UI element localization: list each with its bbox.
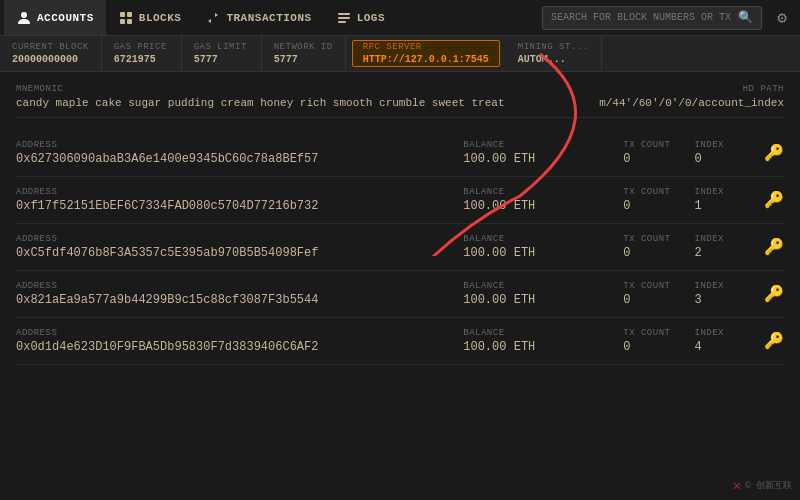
tx-count-section: TX COUNT 0 <box>623 140 670 166</box>
current-block-item: CURRENT BLOCK 20000000000 <box>0 36 102 71</box>
account-address-section: ADDRESS 0xf17f52151EbEF6C7334FAD080c5704… <box>16 187 463 213</box>
account-meta-section: TX COUNT 0 INDEX 0 🔑 <box>623 140 784 166</box>
svg-rect-3 <box>120 19 125 24</box>
current-block-value: 20000000000 <box>12 54 89 65</box>
address-label: ADDRESS <box>16 187 463 197</box>
balance-label: BALANCE <box>463 140 623 150</box>
tx-count-value: 0 <box>623 152 670 166</box>
index-value: 4 <box>694 340 724 354</box>
index-label: INDEX <box>694 328 724 338</box>
account-balance-section: BALANCE 100.00 ETH <box>463 234 623 260</box>
svg-rect-4 <box>127 19 132 24</box>
address-value: 0xf17f52151EbEF6C7334FAD080c5704D77216b7… <box>16 199 463 213</box>
transactions-icon <box>205 10 221 26</box>
address-value: 0xC5fdf4076b8F3A5357c5E395ab970B5B54098F… <box>16 246 463 260</box>
hd-path-section: HD PATH m/44'/60'/0'/0/account_index <box>599 84 784 109</box>
tx-count-label: TX COUNT <box>623 328 670 338</box>
rpc-server-value: HTTP://127.0.0.1:7545 <box>363 54 489 65</box>
account-balance-section: BALANCE 100.00 ETH <box>463 281 623 307</box>
address-value: 0x821aEa9a577a9b44299B9c15c88cf3087F3b55… <box>16 293 463 307</box>
table-row[interactable]: ADDRESS 0xC5fdf4076b8F3A5357c5E395ab970B… <box>16 224 784 271</box>
settings-button[interactable]: ⚙ <box>768 4 796 32</box>
search-icon: 🔍 <box>738 10 753 25</box>
account-balance-section: BALANCE 100.00 ETH <box>463 140 623 166</box>
balance-value: 100.00 ETH <box>463 293 623 307</box>
mnemonic-value: candy maple cake sugar pudding cream hon… <box>16 97 504 109</box>
account-balance-section: BALANCE 100.00 ETH <box>463 187 623 213</box>
tx-count-value: 0 <box>623 199 670 213</box>
gas-limit-label: GAS LIMIT <box>194 42 249 52</box>
address-label: ADDRESS <box>16 328 463 338</box>
svg-rect-2 <box>127 12 132 17</box>
account-address-section: ADDRESS 0x821aEa9a577a9b44299B9c15c88cf3… <box>16 281 463 307</box>
accounts-icon <box>16 10 32 26</box>
gas-price-item: GAS PRICE 6721975 <box>102 36 182 71</box>
balance-value: 100.00 ETH <box>463 246 623 260</box>
mnemonic-row: MNEMONIC candy maple cake sugar pudding … <box>16 84 784 118</box>
index-label: INDEX <box>694 187 724 197</box>
mining-status-item: MINING ST... AUTOM... <box>506 36 602 71</box>
index-section: INDEX 4 <box>694 328 724 354</box>
key-icon[interactable]: 🔑 <box>764 331 784 351</box>
current-block-label: CURRENT BLOCK <box>12 42 89 52</box>
nav-item-transactions[interactable]: Transactions <box>193 0 323 35</box>
nav-logs-label: Logs <box>357 12 385 24</box>
address-value: 0x0d1d4e623D10F9FBA5Db95830F7d3839406C6A… <box>16 340 463 354</box>
gas-price-value: 6721975 <box>114 54 169 65</box>
table-row[interactable]: ADDRESS 0x821aEa9a577a9b44299B9c15c88cf3… <box>16 271 784 318</box>
svg-rect-6 <box>338 17 350 19</box>
key-icon[interactable]: 🔑 <box>764 237 784 257</box>
rpc-server-item: RPC SERVER HTTP://127.0.0.1:7545 <box>352 40 500 67</box>
tx-count-value: 0 <box>623 340 670 354</box>
table-row[interactable]: ADDRESS 0x0d1d4e623D10F9FBA5Db95830F7d38… <box>16 318 784 365</box>
account-balance-section: BALANCE 100.00 ETH <box>463 328 623 354</box>
hd-path-label: HD PATH <box>599 84 784 94</box>
hd-path-value: m/44'/60'/0'/0/account_index <box>599 97 784 109</box>
tx-count-section: TX COUNT 0 <box>623 234 670 260</box>
logs-icon <box>336 10 352 26</box>
account-meta-section: TX COUNT 0 INDEX 2 🔑 <box>623 234 784 260</box>
table-row[interactable]: ADDRESS 0xf17f52151EbEF6C7334FAD080c5704… <box>16 177 784 224</box>
watermark-text: © 创新互联 <box>745 479 792 492</box>
tx-count-section: TX COUNT 0 <box>623 281 670 307</box>
blocks-icon <box>118 10 134 26</box>
nav-item-blocks[interactable]: Blocks <box>106 0 194 35</box>
index-label: INDEX <box>694 281 724 291</box>
account-address-section: ADDRESS 0x627306090abaB3A6e1400e9345bC60… <box>16 140 463 166</box>
mining-status-value: AUTOM... <box>518 54 589 65</box>
gas-limit-item: GAS LIMIT 5777 <box>182 36 262 71</box>
main-content: MNEMONIC candy maple cake sugar pudding … <box>0 72 800 500</box>
svg-rect-7 <box>338 21 346 23</box>
nav-blocks-label: Blocks <box>139 12 182 24</box>
balance-value: 100.00 ETH <box>463 152 623 166</box>
tx-count-label: TX COUNT <box>623 140 670 150</box>
account-meta-section: TX COUNT 0 INDEX 1 🔑 <box>623 187 784 213</box>
key-icon[interactable]: 🔑 <box>764 143 784 163</box>
key-icon[interactable]: 🔑 <box>764 284 784 304</box>
mining-status-label: MINING ST... <box>518 42 589 52</box>
network-id-item: NETWORK ID 5777 <box>262 36 346 71</box>
table-row[interactable]: ADDRESS 0x627306090abaB3A6e1400e9345bC60… <box>16 130 784 177</box>
nav-item-accounts[interactable]: Accounts <box>4 0 106 35</box>
balance-value: 100.00 ETH <box>463 199 623 213</box>
index-value: 0 <box>694 152 724 166</box>
search-bar[interactable]: 🔍 <box>542 6 762 30</box>
address-value: 0x627306090abaB3A6e1400e9345bC60c78a8BEf… <box>16 152 463 166</box>
index-section: INDEX 3 <box>694 281 724 307</box>
address-label: ADDRESS <box>16 140 463 150</box>
balance-label: BALANCE <box>463 234 623 244</box>
index-label: INDEX <box>694 140 724 150</box>
address-label: ADDRESS <box>16 281 463 291</box>
index-section: INDEX 2 <box>694 234 724 260</box>
rpc-server-label: RPC SERVER <box>363 42 489 52</box>
network-id-value: 5777 <box>274 54 333 65</box>
gas-limit-value: 5777 <box>194 54 249 65</box>
account-address-section: ADDRESS 0x0d1d4e623D10F9FBA5Db95830F7d38… <box>16 328 463 354</box>
key-icon[interactable]: 🔑 <box>764 190 784 210</box>
tx-count-label: TX COUNT <box>623 187 670 197</box>
tx-count-label: TX COUNT <box>623 234 670 244</box>
mnemonic-label: MNEMONIC <box>16 84 504 94</box>
search-input[interactable] <box>551 12 738 23</box>
nav-item-logs[interactable]: Logs <box>324 0 397 35</box>
status-bar: CURRENT BLOCK 20000000000 GAS PRICE 6721… <box>0 36 800 72</box>
